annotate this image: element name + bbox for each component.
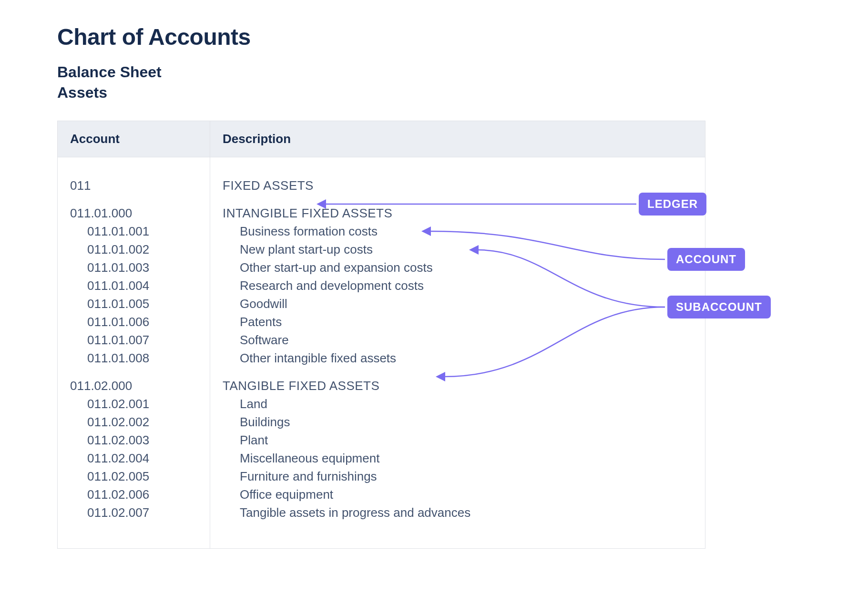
account-description: INTANGIBLE FIXED ASSETS (223, 204, 693, 222)
badge-account: ACCOUNT (667, 248, 745, 271)
account-code: 011 (70, 176, 197, 195)
account-description: Other intangible fixed assets (223, 349, 693, 367)
account-code: 011.01.001 (70, 222, 197, 240)
accounts-table: Account Description 011011.01.000011.01.… (57, 121, 705, 549)
account-description: FIXED ASSETS (223, 176, 693, 195)
account-code: 011.02.002 (70, 413, 197, 431)
account-code: 011.01.005 (70, 295, 197, 313)
column-descriptions: FIXED ASSETSINTANGIBLE FIXED ASSETSBusin… (210, 157, 705, 548)
account-code: 011.02.005 (70, 467, 197, 485)
column-account-codes: 011011.01.000011.01.001011.01.002011.01.… (58, 157, 210, 548)
account-description: Goodwill (223, 295, 693, 313)
badge-ledger: LEDGER (639, 193, 706, 216)
account-code: 011.02.007 (70, 503, 197, 522)
account-description: Miscellaneous equipment (223, 449, 693, 467)
subtitle-assets: Assets (57, 84, 801, 102)
account-code: 011.01.006 (70, 313, 197, 331)
account-description: Land (223, 395, 693, 413)
subtitle-balance-sheet: Balance Sheet (57, 63, 801, 81)
account-description: New plant start-up costs (223, 240, 693, 258)
column-header-account: Account (58, 121, 210, 157)
account-description: Buildings (223, 413, 693, 431)
account-code: 011.01.003 (70, 258, 197, 277)
badge-subaccount: SUBACCOUNT (667, 296, 771, 318)
account-description: Research and development costs (223, 277, 693, 295)
account-description: Plant (223, 431, 693, 449)
account-description: Software (223, 331, 693, 349)
account-code: 011.01.004 (70, 277, 197, 295)
account-description: Business formation costs (223, 222, 693, 240)
page-title: Chart of Accounts (57, 24, 801, 50)
account-description: Patents (223, 313, 693, 331)
account-code: 011.01.000 (70, 204, 197, 222)
account-code: 011.01.008 (70, 349, 197, 367)
account-code: 011.02.001 (70, 395, 197, 413)
account-description: Office equipment (223, 485, 693, 503)
account-code: 011.02.003 (70, 431, 197, 449)
column-header-description: Description (210, 121, 705, 157)
account-code: 011.02.004 (70, 449, 197, 467)
account-code: 011.01.002 (70, 240, 197, 258)
account-code: 011.02.006 (70, 485, 197, 503)
account-code: 011.02.000 (70, 377, 197, 395)
table-header: Account Description (58, 121, 705, 157)
account-description: Other start-up and expansion costs (223, 258, 693, 277)
account-description: Tangible assets in progress and advances (223, 503, 693, 522)
account-description: TANGIBLE FIXED ASSETS (223, 377, 693, 395)
account-code: 011.01.007 (70, 331, 197, 349)
account-description: Furniture and furnishings (223, 467, 693, 485)
